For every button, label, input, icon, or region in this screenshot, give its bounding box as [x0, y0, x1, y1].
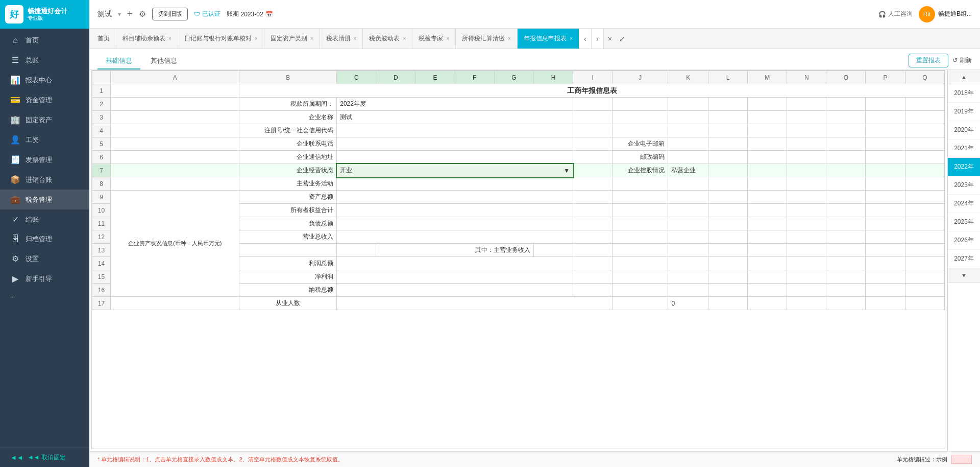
col-G[interactable]: G: [494, 71, 533, 84]
year-scroll-up-btn[interactable]: ▲: [948, 70, 980, 84]
tab-tax-expert[interactable]: 税检专家 ×: [412, 29, 456, 49]
refresh-btn[interactable]: ↺ 刷新: [952, 56, 972, 65]
cell-3P[interactable]: [866, 111, 905, 124]
cell-10N[interactable]: [787, 204, 826, 217]
cell-8I[interactable]: [573, 177, 612, 191]
cell-11J[interactable]: [612, 217, 668, 230]
cell-13M[interactable]: [748, 244, 787, 257]
cell-2C[interactable]: 2022年度: [337, 98, 573, 111]
cell-7O[interactable]: [826, 164, 866, 177]
cell-11I[interactable]: [573, 217, 612, 230]
cell-17K[interactable]: 0: [668, 297, 708, 310]
cell-13N[interactable]: [787, 244, 826, 257]
cell-17P[interactable]: [866, 297, 905, 310]
cell-4M[interactable]: [748, 124, 787, 137]
year-scroll-down-btn[interactable]: ▼: [948, 268, 980, 283]
tab-bank-reconcile[interactable]: 日记账与银行对账单核对 ×: [178, 29, 264, 49]
cell-2L[interactable]: [708, 98, 747, 111]
cell-17M[interactable]: [748, 297, 787, 310]
tab-expand-btn[interactable]: ⤢: [616, 29, 628, 49]
tab-next-btn[interactable]: ›: [592, 29, 604, 49]
col-A[interactable]: A: [111, 71, 239, 84]
cell-2O[interactable]: [826, 98, 866, 111]
cell-13B[interactable]: [239, 244, 337, 257]
cell-2A[interactable]: [111, 98, 239, 111]
col-D[interactable]: D: [376, 71, 415, 84]
cell-12J[interactable]: [612, 230, 668, 244]
cell-16O[interactable]: [826, 284, 866, 297]
tab-close-icon[interactable]: ×: [255, 36, 258, 41]
reset-report-btn[interactable]: 重置报表: [909, 54, 948, 67]
cell-7N[interactable]: [787, 164, 826, 177]
cell-5N[interactable]: [787, 137, 826, 151]
sidebar-item-stock[interactable]: 📦 进销台账: [0, 170, 89, 190]
cell-15P[interactable]: [866, 270, 905, 284]
cell-10I[interactable]: [573, 204, 612, 217]
year-item-2020[interactable]: 2020年: [948, 121, 980, 139]
cell-5A[interactable]: [111, 137, 239, 151]
cell-4Q[interactable]: [905, 124, 944, 137]
cell-10M[interactable]: [748, 204, 787, 217]
sidebar-item-guide[interactable]: ▶ 新手引导: [0, 269, 89, 289]
cell-5Q[interactable]: [905, 137, 944, 151]
cell-17J[interactable]: [612, 297, 668, 310]
cell-12L[interactable]: [708, 230, 747, 244]
cell-17C[interactable]: [337, 297, 612, 310]
cell-9L[interactable]: [708, 191, 747, 204]
cell-4L[interactable]: [708, 124, 747, 137]
tab-close-icon[interactable]: ×: [354, 36, 357, 41]
user-menu[interactable]: Rit 畅捷通B组...: [919, 6, 972, 22]
cell-3N[interactable]: [787, 111, 826, 124]
cell-11M[interactable]: [748, 217, 787, 230]
cell-14C[interactable]: [337, 257, 573, 270]
cell-11Q[interactable]: [905, 217, 944, 230]
year-item-2022[interactable]: 2022年: [948, 158, 980, 176]
cell-16Q[interactable]: [905, 284, 944, 297]
cell-15N[interactable]: [787, 270, 826, 284]
cell-2M[interactable]: [748, 98, 787, 111]
cell-16C[interactable]: [337, 284, 573, 297]
cell-17N[interactable]: [787, 297, 826, 310]
tab-income-tax[interactable]: 所得税汇算清缴 ×: [456, 29, 518, 49]
tab-account-balance[interactable]: 科目辅助余额表 ×: [116, 29, 178, 49]
cell-3O[interactable]: [826, 111, 866, 124]
cell-17O[interactable]: [826, 297, 866, 310]
cell-4J[interactable]: [612, 124, 668, 137]
cell-3L[interactable]: [708, 111, 747, 124]
cell-13K[interactable]: [668, 244, 708, 257]
tab-close-icon[interactable]: ×: [570, 36, 573, 41]
cell-8J[interactable]: [612, 177, 668, 191]
cell-16N[interactable]: [787, 284, 826, 297]
col-F[interactable]: F: [455, 71, 494, 84]
cell-3Q[interactable]: [905, 111, 944, 124]
sidebar-unpin-btn[interactable]: ◄◄ ◄◄ 取消固定: [0, 448, 89, 467]
tab-close-icon[interactable]: ×: [508, 36, 511, 41]
sidebar-item-checkout[interactable]: ✓ 结账: [0, 209, 89, 229]
cell-6L[interactable]: [708, 151, 747, 164]
year-item-2027[interactable]: 2027年: [948, 250, 980, 268]
cell-15K[interactable]: [668, 270, 708, 284]
cell-8L[interactable]: [708, 177, 747, 191]
tab-close-icon[interactable]: ×: [446, 36, 449, 41]
cell-4C[interactable]: [337, 124, 573, 137]
cell-3K[interactable]: [668, 111, 708, 124]
sidebar-item-archive[interactable]: 🗄 归档管理: [0, 229, 89, 249]
cell-16M[interactable]: [748, 284, 787, 297]
cell-4P[interactable]: [866, 124, 905, 137]
tab-close-all-btn[interactable]: ×: [604, 29, 616, 49]
cell-13O[interactable]: [826, 244, 866, 257]
cell-14M[interactable]: [748, 257, 787, 270]
cell-11C[interactable]: [337, 217, 573, 230]
cell-10Q[interactable]: [905, 204, 944, 217]
cell-13H[interactable]: [533, 244, 573, 257]
cell-14P[interactable]: [866, 257, 905, 270]
cell-3C[interactable]: 测试: [337, 111, 573, 124]
old-version-btn[interactable]: 切到旧版: [152, 8, 188, 20]
calendar-icon[interactable]: 📅: [265, 11, 273, 18]
cell-12Q[interactable]: [905, 230, 944, 244]
sidebar-item-asset[interactable]: 🏢 固定资产: [0, 110, 89, 130]
cell-17Q[interactable]: [905, 297, 944, 310]
cell-15J[interactable]: [612, 270, 668, 284]
cell-15L[interactable]: [708, 270, 747, 284]
cell-4A[interactable]: [111, 124, 239, 137]
